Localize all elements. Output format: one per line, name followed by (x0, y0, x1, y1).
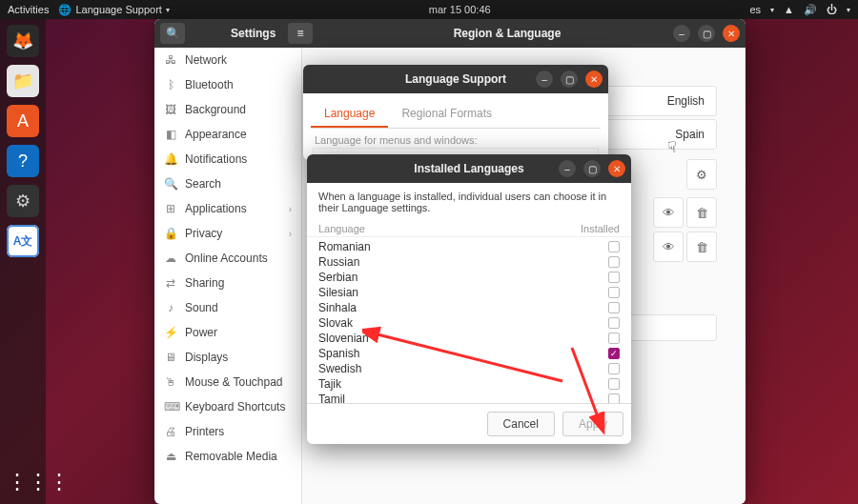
col-installed: Installed (581, 223, 620, 234)
show-applications-icon[interactable]: ⋮⋮⋮ (7, 470, 39, 494)
sidebar-item-displays[interactable]: 🖥Displays (154, 345, 301, 370)
language-row[interactable]: Sinhala (318, 300, 620, 315)
install-checkbox[interactable] (608, 272, 620, 283)
manage-installed-languages-button[interactable]: ⚙ (686, 159, 717, 190)
help-icon[interactable]: ? (7, 145, 39, 177)
view-button[interactable]: 👁 (653, 197, 684, 228)
sidebar-item-label: Notifications (185, 152, 247, 166)
volume-icon[interactable]: 🔊 (804, 4, 817, 16)
language-row[interactable]: Spanish✓ (318, 346, 620, 361)
language-name: Serbian (318, 271, 358, 284)
sidebar-item-label: Displays (185, 351, 228, 364)
sidebar-item-label: Background (185, 103, 246, 116)
sidebar-item-icon: ⊞ (164, 202, 177, 215)
sidebar-item-background[interactable]: 🖼Background (154, 97, 301, 122)
sidebar-item-label: Power (185, 326, 217, 339)
installed-languages-titlebar: Installed Languages – ▢ ✕ (307, 154, 631, 183)
input-source-indicator[interactable]: es (749, 4, 761, 15)
install-checkbox[interactable] (608, 241, 620, 252)
tab-regional-formats[interactable]: Regional Formats (388, 101, 505, 128)
close-button[interactable]: ✕ (585, 71, 603, 88)
language-row[interactable]: Romanian (318, 239, 620, 254)
language-row[interactable]: Serbian (318, 270, 620, 285)
activities-button[interactable]: Activities (8, 4, 49, 15)
sidebar-item-icon: ⏏ (164, 450, 177, 463)
minimize-button[interactable]: – (536, 71, 553, 88)
language-row[interactable]: Slovak (318, 315, 620, 331)
chevron-down-icon: ▾ (847, 6, 850, 14)
remove-button[interactable]: 🗑 (686, 232, 717, 262)
install-checkbox[interactable] (608, 393, 620, 403)
ubuntu-software-icon[interactable]: A (7, 105, 39, 137)
chevron-down-icon: ▾ (166, 6, 170, 14)
sidebar-item-search[interactable]: 🔍Search (154, 171, 301, 196)
language-row[interactable]: Silesian (318, 285, 620, 300)
cancel-button[interactable]: Cancel (487, 412, 555, 436)
install-checkbox[interactable] (608, 287, 620, 298)
maximize-button[interactable]: ▢ (583, 160, 601, 177)
sidebar-item-appearance[interactable]: ◧Appearance (154, 122, 301, 147)
close-button[interactable]: ✕ (608, 160, 625, 177)
clock[interactable]: mar 15 00:46 (429, 4, 491, 15)
tab-language[interactable]: Language (311, 101, 388, 128)
sidebar-item-icon: 🖧 (164, 53, 177, 67)
sidebar-item-label: Printers (185, 425, 224, 438)
sidebar-item-mouse-touchpad[interactable]: 🖱Mouse & Touchpad (154, 370, 301, 394)
language-name: Spanish (318, 347, 359, 360)
network-icon[interactable]: ▲ (784, 4, 794, 15)
maximize-button[interactable]: ▢ (561, 71, 578, 88)
firefox-icon[interactable]: 🦊 (7, 25, 39, 57)
sidebar-item-sharing[interactable]: ⇄Sharing (154, 271, 301, 295)
search-button[interactable]: 🔍 (160, 23, 185, 44)
installed-languages-list[interactable]: RomanianRussianSerbianSilesianSinhalaSlo… (307, 237, 631, 403)
settings-icon[interactable]: ⚙ (7, 185, 39, 217)
install-checkbox[interactable] (608, 302, 620, 313)
app-menu[interactable]: 🌐 Language Support ▾ (58, 4, 170, 16)
view-button[interactable]: 👁 (653, 232, 684, 262)
language-row[interactable]: Slovenian (318, 331, 620, 346)
language-row[interactable]: Tajik (318, 376, 620, 392)
install-checkbox[interactable]: ✓ (608, 348, 620, 359)
sidebar-item-online-accounts[interactable]: ☁Online Accounts (154, 246, 301, 271)
language-support-window: Language Support – ▢ ✕ Language Regional… (303, 65, 608, 160)
hamburger-menu[interactable]: ≡ (288, 23, 313, 44)
install-checkbox[interactable] (608, 333, 620, 344)
sidebar-item-icon: ⌨ (164, 400, 177, 413)
sidebar-item-icon: 🔔 (164, 152, 177, 166)
minimize-button[interactable]: – (559, 160, 576, 177)
power-icon[interactable]: ⏻ (827, 4, 837, 15)
files-icon[interactable]: 📁 (7, 65, 39, 97)
sidebar-item-keyboard-shortcuts[interactable]: ⌨Keyboard Shortcuts (154, 394, 301, 419)
settings-titlebar: 🔍 Settings ≡ Region & Language – ▢ ✕ (154, 19, 746, 48)
install-checkbox[interactable] (608, 317, 620, 329)
sidebar-item-icon: ◧ (164, 128, 177, 141)
sidebar-item-power[interactable]: ⚡Power (154, 320, 301, 345)
sidebar-item-printers[interactable]: 🖨Printers (154, 419, 301, 444)
sidebar-item-bluetooth[interactable]: ᛒBluetooth (154, 72, 301, 97)
sidebar-item-applications[interactable]: ⊞Applications› (154, 196, 301, 221)
gnome-topbar: Activities 🌐 Language Support ▾ mar 15 0… (0, 0, 858, 19)
language-row[interactable]: Tamil (318, 392, 620, 403)
sidebar-item-privacy[interactable]: 🔒Privacy› (154, 221, 301, 246)
sidebar-item-notifications[interactable]: 🔔Notifications (154, 147, 301, 171)
settings-sidebar[interactable]: 🖧NetworkᛒBluetooth🖼Background◧Appearance… (154, 48, 302, 504)
sidebar-item-sound[interactable]: ♪Sound (154, 295, 301, 320)
language-name: Russian (318, 255, 359, 269)
language-row[interactable]: Russian (318, 254, 620, 270)
language-support-icon[interactable]: A文 (7, 225, 39, 257)
language-row[interactable]: Swedish (318, 361, 620, 376)
install-checkbox[interactable] (608, 256, 620, 268)
sidebar-item-removable-media[interactable]: ⏏Removable Media (154, 444, 301, 469)
sidebar-item-label: Applications (185, 202, 247, 215)
minimize-button[interactable]: – (673, 25, 690, 42)
remove-button[interactable]: 🗑 (686, 197, 717, 228)
maximize-button[interactable]: ▢ (698, 25, 715, 42)
installed-languages-dialog: Installed Languages – ▢ ✕ When a languag… (307, 154, 631, 444)
app-menu-label: Language Support (75, 4, 162, 15)
install-checkbox[interactable] (608, 378, 620, 390)
close-button[interactable]: ✕ (723, 25, 740, 42)
dock: 🦊 📁 A ? ⚙ A文 ⋮⋮⋮ (0, 19, 46, 504)
install-checkbox[interactable] (608, 363, 620, 374)
apply-button[interactable]: Apply (562, 412, 623, 436)
sidebar-item-network[interactable]: 🖧Network (154, 48, 301, 72)
